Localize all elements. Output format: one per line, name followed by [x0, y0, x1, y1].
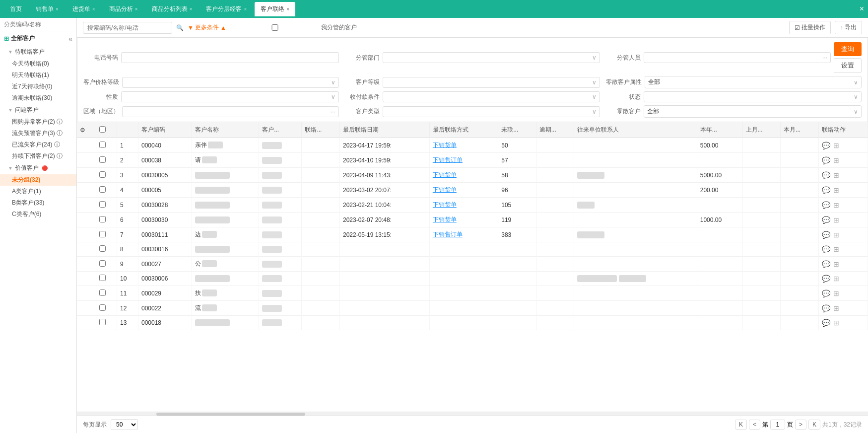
grid-action-icon[interactable]: ⊞: [833, 275, 839, 283]
collapse-icon[interactable]: «: [68, 35, 72, 43]
export-button[interactable]: ↑ 导出: [835, 21, 862, 34]
message-icon[interactable]: 💬: [822, 171, 830, 179]
grid-action-icon[interactable]: ⊞: [833, 289, 839, 297]
contact-method-link[interactable]: 下销货单: [433, 201, 457, 208]
grid-action-icon[interactable]: ⊞: [833, 186, 839, 194]
td-checkbox[interactable]: [96, 198, 117, 213]
td-checkbox[interactable]: [96, 153, 117, 168]
close-tab-product-analysis[interactable]: ×: [135, 6, 138, 12]
sidebar-item-a-class[interactable]: A类客户(1): [0, 186, 76, 197]
row-checkbox[interactable]: [99, 186, 106, 193]
th-contact[interactable]: 联络...: [302, 122, 340, 138]
td-checkbox[interactable]: [96, 301, 117, 316]
sidebar-search-input[interactable]: [4, 21, 77, 28]
grid-action-icon[interactable]: ⊞: [833, 216, 839, 224]
message-icon[interactable]: 💬: [822, 201, 830, 209]
th-last-method[interactable]: 最后联络方式: [429, 122, 498, 138]
problem-customers-group[interactable]: ▼ 问题客户: [0, 104, 76, 116]
horizontal-scroll-bar[interactable]: [77, 412, 868, 416]
grid-action-icon[interactable]: ⊞: [833, 201, 839, 209]
prev-page-button[interactable]: <: [749, 420, 760, 430]
row-checkbox[interactable]: [99, 171, 106, 178]
row-checkbox[interactable]: [99, 304, 106, 311]
th-overdue[interactable]: 逾期...: [536, 122, 574, 138]
tab-product-analysis[interactable]: 商品分析 ×: [103, 2, 144, 16]
scatter-select[interactable]: 全部∨: [644, 105, 862, 118]
value-customers-group[interactable]: ▼ 价值客户 🔴: [0, 162, 76, 174]
sidebar-item-warning[interactable]: 流失预警客户(3) ⓘ: [0, 128, 76, 139]
dept-select[interactable]: ∨: [383, 52, 601, 63]
th-last-date[interactable]: 最后联络日期: [339, 122, 429, 138]
tab-home[interactable]: 首页: [4, 2, 28, 16]
td-checkbox[interactable]: [96, 138, 117, 153]
td-checkbox[interactable]: [96, 227, 117, 242]
select-all-checkbox[interactable]: [99, 126, 106, 133]
row-checkbox[interactable]: [99, 319, 106, 325]
td-checkbox[interactable]: [96, 286, 117, 301]
th-this-year[interactable]: 本年...: [697, 122, 742, 138]
reset-button[interactable]: 设置: [834, 58, 862, 73]
contact-method-link[interactable]: 下销货单: [433, 216, 457, 223]
grid-action-icon[interactable]: ⊞: [833, 319, 839, 327]
th-checkbox[interactable]: [96, 122, 117, 138]
th-no-contact[interactable]: 未联...: [498, 122, 536, 138]
sidebar-item-today[interactable]: 今天待联络(0): [0, 58, 76, 70]
row-checkbox[interactable]: [99, 142, 106, 148]
my-customers-checkbox[interactable]: 我分管的客户: [230, 23, 357, 32]
message-icon[interactable]: 💬: [822, 231, 830, 239]
td-checkbox[interactable]: [96, 168, 117, 183]
row-checkbox[interactable]: [99, 156, 106, 163]
sidebar-item-b-class[interactable]: B类客户(33): [0, 197, 76, 209]
close-tab-purchase[interactable]: ×: [92, 6, 95, 12]
close-tab-customer-contact[interactable]: ×: [286, 6, 289, 12]
message-icon[interactable]: 💬: [822, 260, 830, 268]
message-icon[interactable]: 💬: [822, 186, 830, 194]
contact-method-link[interactable]: 下销货单: [433, 171, 457, 178]
nature-select[interactable]: ∨: [121, 91, 339, 102]
message-icon[interactable]: 💬: [822, 275, 830, 283]
more-conditions-btn[interactable]: ▼ 更多条件 ▲: [188, 23, 226, 32]
grid-action-icon[interactable]: ⊞: [833, 156, 839, 164]
message-icon[interactable]: 💬: [822, 245, 830, 253]
customer-type-select[interactable]: ∨: [383, 106, 601, 117]
manager-select[interactable]: ···: [644, 52, 831, 63]
sidebar-item-c-class[interactable]: C类客户(6): [0, 209, 76, 220]
last-page-button[interactable]: K: [808, 420, 820, 430]
message-icon[interactable]: 💬: [822, 216, 830, 224]
td-checkbox[interactable]: [96, 242, 117, 257]
contact-method-link[interactable]: 下销售订单: [433, 231, 463, 238]
message-icon[interactable]: 💬: [822, 156, 830, 164]
th-type[interactable]: 客户...: [259, 122, 302, 138]
tab-customer-contact[interactable]: 客户联络 ×: [255, 2, 295, 16]
sidebar-item-declining[interactable]: 持续下滑客户(2) ⓘ: [0, 150, 76, 162]
page-number-input[interactable]: [770, 420, 785, 430]
sidebar-item-ungroup[interactable]: 未分组(32): [0, 174, 76, 186]
td-checkbox[interactable]: [96, 272, 117, 286]
sidebar-item-week[interactable]: 近7天待联络(0): [0, 81, 76, 92]
row-checkbox[interactable]: [99, 216, 106, 222]
close-tab-sales[interactable]: ×: [56, 6, 59, 12]
sidebar-item-lost[interactable]: 已流失客户(24) ⓘ: [0, 139, 76, 150]
tab-product-list[interactable]: 商品分析列表 ×: [146, 2, 199, 16]
message-icon[interactable]: 💬: [822, 142, 830, 149]
per-page-select[interactable]: 50 100 200: [111, 419, 138, 430]
phone-input[interactable]: [121, 52, 339, 63]
search-input[interactable]: [83, 22, 172, 34]
row-checkbox[interactable]: [99, 231, 106, 237]
contact-method-link[interactable]: 下销售订单: [433, 156, 463, 163]
message-icon[interactable]: 💬: [822, 304, 830, 312]
grid-action-icon[interactable]: ⊞: [833, 142, 839, 149]
th-name[interactable]: 客户名称: [192, 122, 259, 138]
th-code[interactable]: 客户编码: [138, 122, 192, 138]
search-icon[interactable]: 🔍: [176, 24, 184, 31]
td-checkbox[interactable]: [96, 213, 117, 227]
next-page-button[interactable]: >: [795, 420, 806, 430]
row-checkbox[interactable]: [99, 289, 106, 296]
row-checkbox[interactable]: [99, 275, 106, 281]
grid-action-icon[interactable]: ⊞: [833, 171, 839, 179]
contact-method-link[interactable]: 下销货单: [433, 142, 457, 148]
region-select[interactable]: ···: [122, 106, 339, 117]
td-checkbox[interactable]: [96, 183, 117, 198]
contact-method-link[interactable]: 下销货单: [433, 186, 457, 193]
tab-sales[interactable]: 销售单 ×: [30, 2, 65, 16]
